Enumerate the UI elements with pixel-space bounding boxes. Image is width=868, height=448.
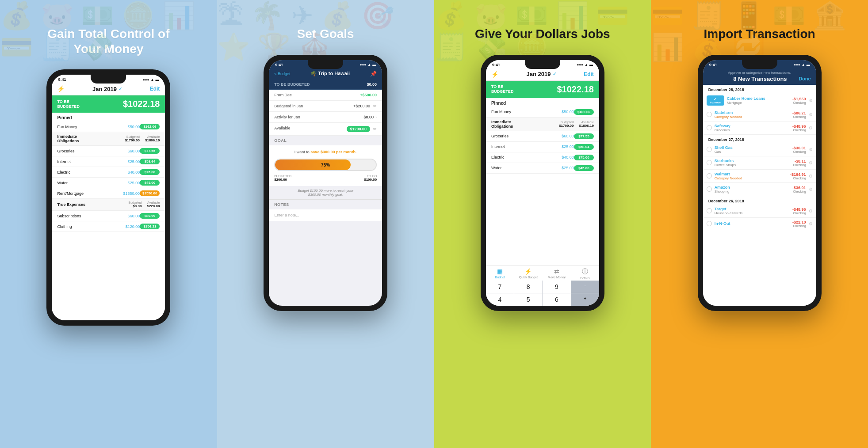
txn-right-target: -$48.96 Checking bbox=[792, 207, 806, 215]
approve-button-caliber[interactable]: ✓ Approve bbox=[707, 95, 724, 106]
txn-info-statefarm: Statefarm Category Needed bbox=[715, 110, 790, 119]
goal-activity-jan[interactable]: Activity for Jan $0.00 › bbox=[269, 112, 382, 123]
budget-row-internet-1[interactable]: Internet $25.00 $58.64 bbox=[52, 156, 165, 167]
phone-3: 9:41 ●●● ▲ ▬ ⚡ Jan 2019 ✓ Edit TO BEBUDG… bbox=[481, 55, 604, 311]
tbb-label-3: TO BEBUDGETED bbox=[491, 84, 514, 94]
txn-info-safeway: Safeway Groceries bbox=[715, 124, 790, 132]
txn-innout[interactable]: In-N-Out -$22.10 Checking ⚙ bbox=[703, 218, 816, 230]
txn-safeway[interactable]: Safeway Groceries -$48.96 Checking ⚙ bbox=[703, 121, 816, 135]
txn-walmart[interactable]: Walmart Category Needed -$164.91 Checkin… bbox=[703, 170, 816, 183]
back-button-2[interactable]: < Budget bbox=[274, 72, 290, 76]
budget-list-1[interactable]: Pinned Fun Money $50.00 $162.06 Immediat… bbox=[52, 113, 165, 320]
group-immediate-1[interactable]: ImmediateObligations Budgeted $1700.00 A… bbox=[52, 132, 165, 146]
header-title-3: Jan 2019 ✓ bbox=[527, 71, 556, 77]
battery-icon-4: ▬ bbox=[807, 63, 810, 67]
app-header-3: ⚡ Jan 2019 ✓ Edit bbox=[486, 68, 599, 81]
phone-notch-3 bbox=[525, 60, 560, 69]
budget-row-subscriptions-1[interactable]: Subscriptions $60.00 $80.99 bbox=[52, 211, 165, 221]
budget-row-fun-money-3[interactable]: Fun Money $50.00 $162.06 bbox=[486, 107, 599, 118]
txn-starbucks[interactable]: Starbucks Coffee Shops -$8.11 Checking ⚙ bbox=[703, 156, 816, 170]
radio-shell[interactable] bbox=[707, 147, 712, 152]
budget-row-groceries-1[interactable]: Groceries $60.00 $77.55 bbox=[52, 146, 165, 156]
phone-notch-4 bbox=[742, 60, 777, 69]
nav-details[interactable]: ⓘ Details bbox=[571, 268, 599, 280]
key-plus[interactable]: + bbox=[571, 293, 599, 306]
txn-right-amazon: -$36.01 Checking bbox=[792, 186, 806, 193]
nav-budget[interactable]: ▦ Budget bbox=[486, 268, 514, 280]
txn-info-amazon: Amazon Shopping bbox=[715, 185, 790, 194]
nav-quick-budget[interactable]: ⚡ Quick Budget bbox=[514, 268, 543, 280]
tbb-banner-3: TO BEBUDGETED $1022.18 bbox=[486, 81, 599, 98]
budget-row-fun-money[interactable]: Fun Money $50.00 $162.06 bbox=[52, 121, 165, 132]
gear-icon-amazon: ⚙ bbox=[809, 187, 813, 192]
txn-name-statefarm: Statefarm bbox=[715, 110, 790, 115]
budget-row-electric-1[interactable]: Electric $40.00 $75.00 bbox=[52, 167, 165, 178]
gear-icon-walmart: ⚙ bbox=[809, 174, 813, 178]
key-minus[interactable]: - bbox=[571, 281, 599, 293]
txn-acct-walmart: Checking bbox=[790, 177, 806, 180]
radio-safeway[interactable] bbox=[707, 125, 712, 130]
signal-icon-3: ●●● bbox=[577, 63, 583, 67]
app-header-1: ⚡ Jan 2019 ✓ Edit bbox=[52, 83, 165, 95]
edit-button-1[interactable]: Edit bbox=[150, 86, 160, 92]
txn-statefarm[interactable]: Statefarm Category Needed -$86.21 Checki… bbox=[703, 108, 816, 121]
budget-row-internet-3[interactable]: Internet $25.00 $58.64 bbox=[486, 142, 599, 152]
signal-icon-2: ●●● bbox=[360, 63, 367, 67]
notes-input[interactable]: Enter a note... bbox=[269, 209, 382, 221]
txn-name-caliber: Caliber Home Loans bbox=[727, 96, 790, 101]
panel-1-title: Gain Total Control of Your Money bbox=[30, 27, 187, 56]
key-7[interactable]: 7 bbox=[486, 281, 514, 293]
panel-4: 💳 🧾 📱 💵 🏦 📊 💰 🔁 Import Transaction 9:41 … bbox=[651, 0, 868, 448]
txn-name-amazon: Amazon bbox=[715, 185, 790, 190]
phone-notch-2 bbox=[308, 60, 343, 69]
tbb-label-1: TO BE BUDGETED bbox=[57, 99, 80, 109]
radio-statefarm[interactable] bbox=[707, 112, 712, 117]
gear-icon-target: ⚙ bbox=[809, 209, 813, 213]
goal-link[interactable]: save $300.00 per month. bbox=[310, 150, 356, 154]
notes-section: NOTES bbox=[269, 199, 382, 209]
tbb-banner-1: TO BE BUDGETED $1022.18 bbox=[52, 95, 165, 113]
budget-list-3[interactable]: Pinned Fun Money $50.00 $162.06 Immediat… bbox=[486, 98, 599, 266]
txn-acct-safeway: Checking bbox=[792, 129, 806, 132]
txn-caliber[interactable]: ✓ Approve Caliber Home Loans Mortgage -$… bbox=[703, 93, 816, 108]
done-button[interactable]: Done bbox=[799, 76, 811, 81]
goal-available[interactable]: Available $1200.00 ✏ bbox=[269, 123, 382, 136]
txn-target[interactable]: Target Household Needs -$48.96 Checking … bbox=[703, 205, 816, 218]
phone-screen-3: 9:41 ●●● ▲ ▬ ⚡ Jan 2019 ✓ Edit TO BEBUDG… bbox=[486, 60, 599, 306]
battery-icon-2: ▬ bbox=[372, 63, 376, 67]
txn-right-shell: -$36.01 Checking bbox=[792, 146, 806, 153]
goal-from-dec[interactable]: From Dec +$500.00 bbox=[269, 90, 382, 101]
goal-budgeted-jan[interactable]: Budgeted in Jan +$200.00 ✏ bbox=[269, 101, 382, 112]
group-immediate-3[interactable]: ImmediateObligations Budgeted $1700.00 A… bbox=[486, 118, 599, 131]
phone-screen-1: 9:41 ●●● ▲ ▬ ⚡ Jan 2019 ✓ Edit TO BE BUD… bbox=[52, 75, 165, 320]
radio-amazon[interactable] bbox=[707, 186, 712, 192]
nav-move-money[interactable]: ⇄ Move Money bbox=[543, 268, 571, 280]
details-icon: ⓘ bbox=[582, 268, 588, 276]
budget-row-rent-1[interactable]: Rent/Mortgage $1550.00 $1550.00 bbox=[52, 188, 165, 199]
key-9[interactable]: 9 bbox=[543, 281, 570, 293]
radio-starbucks[interactable] bbox=[707, 160, 712, 165]
radio-innout[interactable] bbox=[707, 221, 712, 226]
edit-button-3[interactable]: Edit bbox=[584, 71, 594, 77]
budget-row-groceries-3[interactable]: Groceries $60.00 $77.55 bbox=[486, 131, 599, 142]
group-true-expenses-1[interactable]: True Expenses Budgeted $0.00 Available $… bbox=[52, 199, 165, 211]
budget-row-water-1[interactable]: Water $25.00 $45.00 bbox=[52, 178, 165, 188]
key-4[interactable]: 4 bbox=[486, 293, 514, 306]
txn-amazon[interactable]: Amazon Shopping -$36.01 Checking ⚙ bbox=[703, 183, 816, 196]
budget-row-clothing-1[interactable]: Clothing $120.00 $156.21 bbox=[52, 221, 165, 232]
txn-info-shell: Shell Gas Gas bbox=[715, 145, 790, 154]
txn-shell[interactable]: Shell Gas Gas -$36.01 Checking ⚙ bbox=[703, 143, 816, 156]
goal-hint: Budget $100.00 more to reach your$300.00… bbox=[269, 186, 382, 199]
budget-row-water-3[interactable]: Water $25.00 $45.00 bbox=[486, 163, 599, 174]
gear-icon-safeway: ⚙ bbox=[809, 125, 813, 130]
radio-walmart[interactable] bbox=[707, 173, 712, 178]
txn-list[interactable]: December 28, 2018 ✓ Approve Caliber Home… bbox=[703, 85, 816, 306]
key-5[interactable]: 5 bbox=[514, 293, 542, 306]
key-6[interactable]: 6 bbox=[543, 293, 570, 306]
radio-target[interactable] bbox=[707, 208, 712, 213]
key-8[interactable]: 8 bbox=[514, 281, 542, 293]
status-time-4: 9:41 bbox=[709, 63, 717, 67]
budget-row-electric-3[interactable]: Electric $40.00 $75.00 bbox=[486, 152, 599, 163]
txn-info-innout: In-N-Out bbox=[715, 221, 790, 226]
status-time-1: 9:41 bbox=[58, 77, 66, 82]
